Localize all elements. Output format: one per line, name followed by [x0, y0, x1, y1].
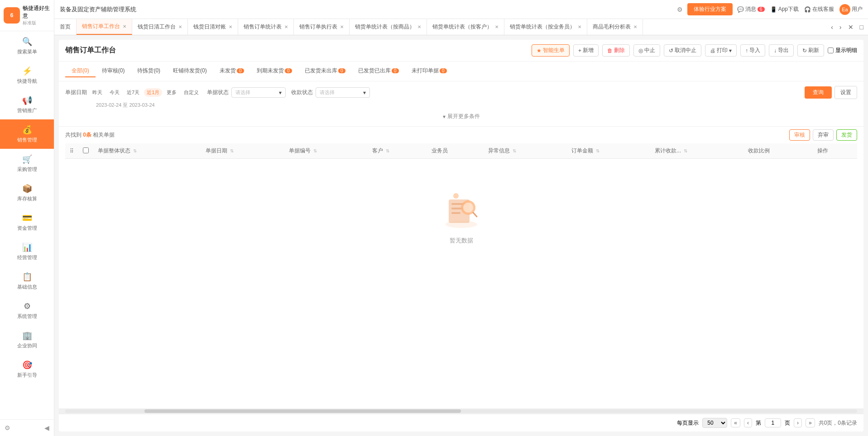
tab-close-icon[interactable]: ✕: [229, 24, 232, 29]
logo-icon: 6: [4, 7, 20, 24]
user-menu-btn[interactable]: Ea 用户: [839, 4, 863, 15]
sort-icon[interactable]: ⇅: [386, 148, 389, 153]
tab-close-icon[interactable]: ✕: [340, 24, 344, 29]
last-page-btn[interactable]: »: [806, 418, 815, 427]
date-7days-btn[interactable]: 近7天: [124, 88, 142, 97]
sidebar-item-enterprise[interactable]: 🏢 企业协同: [0, 325, 54, 355]
select-all-checkbox[interactable]: [83, 147, 89, 153]
date-1month-btn[interactable]: 近1月: [144, 88, 162, 97]
sidebar-item-purchase[interactable]: 🛒 采购管理: [0, 149, 54, 178]
print-button[interactable]: 🖨 打印 ▾: [705, 44, 737, 57]
tab-prev-btn[interactable]: ‹: [828, 23, 836, 32]
set-button[interactable]: 设置: [834, 86, 857, 99]
tab-next-btn[interactable]: ›: [837, 23, 844, 32]
filter-tab-shipped-not-out[interactable]: 已发货未出库0: [298, 65, 352, 77]
cancel-audit-button[interactable]: 弃审: [813, 129, 834, 141]
tab-cash-reconcile[interactable]: 钱货日清对账 ✕: [188, 19, 238, 35]
sidebar-item-guide[interactable]: 🎯 新手引导: [0, 355, 54, 384]
stop-button[interactable]: ◎ 中止: [633, 44, 660, 57]
sidebar-item-basic-info[interactable]: 📋 基础信息: [0, 266, 54, 296]
tab-sales-order[interactable]: 销售订单工作台 ✕: [77, 19, 132, 35]
delete-button[interactable]: 🗑 删除: [602, 44, 630, 57]
query-button[interactable]: 查询: [805, 86, 832, 99]
tab-close-icon[interactable]: ✕: [633, 24, 637, 29]
import-icon: ↑: [745, 47, 748, 54]
tab-maximize-btn[interactable]: □: [857, 23, 866, 32]
app-download-btn[interactable]: 📱 App下载: [770, 5, 799, 13]
detail-checkbox[interactable]: [828, 47, 834, 53]
date-more-btn[interactable]: 更多: [164, 88, 179, 97]
sort-icon[interactable]: ⇅: [513, 148, 516, 153]
filter-tab-pending-inspect[interactable]: 待拣货(0): [131, 65, 167, 77]
tab-close-icon[interactable]: ✕: [123, 24, 126, 29]
tab-close-all-btn[interactable]: ✕: [845, 23, 856, 32]
page-number-input[interactable]: [765, 418, 781, 427]
trash-icon: 🗑: [607, 47, 613, 54]
filter-tab-shipped-out[interactable]: 已发货已出库0: [352, 65, 405, 77]
ship-button[interactable]: 发货: [836, 129, 857, 141]
scrollbar-track: [65, 409, 857, 413]
sort-icon[interactable]: ⇅: [313, 148, 317, 153]
status-select[interactable]: 请选择 ▾: [231, 87, 286, 98]
tab-cash-daily[interactable]: 钱货日清工作台 ✕: [132, 19, 188, 35]
smart-create-button[interactable]: ★ 智能生单: [532, 44, 570, 57]
audit-button[interactable]: 审核: [789, 129, 810, 141]
tab-close-icon[interactable]: ✕: [284, 24, 288, 29]
sort-icon[interactable]: ⇅: [230, 148, 234, 153]
tab-sales-exec[interactable]: 销售订单执行表 ✕: [294, 19, 350, 35]
sort-icon[interactable]: ⇅: [684, 148, 687, 153]
date-today-btn[interactable]: 今天: [107, 88, 122, 97]
sort-icon[interactable]: ⇅: [596, 148, 599, 153]
filter-tab-wangpu[interactable]: 旺铺待发货(0): [167, 65, 213, 77]
sidebar-item-quick-nav[interactable]: ⚡ 快捷导航: [0, 61, 54, 90]
date-custom-btn[interactable]: 自定义: [181, 88, 201, 97]
th-action: 操作: [813, 143, 857, 159]
filter-tab-all[interactable]: 全部(0): [65, 65, 96, 77]
messages-btn[interactable]: 💬 消息 6: [737, 5, 765, 13]
sidebar-item-inventory[interactable]: 📦 库存核算: [0, 178, 54, 208]
tab-close-icon[interactable]: ✕: [417, 24, 421, 29]
cancel-stop-button[interactable]: ↺ 取消中止: [664, 44, 701, 57]
payment-select[interactable]: 请选择 ▾: [316, 87, 370, 98]
collapse-btn[interactable]: ◀: [44, 424, 49, 431]
refresh-button[interactable]: ↻ 刷新: [797, 44, 824, 57]
page-size-select[interactable]: 50 100 200: [702, 418, 727, 428]
tab-close-icon[interactable]: ✕: [178, 24, 182, 29]
tab-product-margin[interactable]: 商品毛利分析表 ✕: [587, 19, 643, 35]
sidebar-item-system[interactable]: ⚙ 系统管理: [0, 296, 54, 325]
tab-sales-summary-customer[interactable]: 销货单统计表（按客户） ✕: [427, 19, 504, 35]
tab-sales-stat[interactable]: 销售订单统计表 ✕: [238, 19, 294, 35]
sort-icon[interactable]: ⇅: [133, 148, 137, 153]
tab-sales-summary-product[interactable]: 销货单统计表（按商品） ✕: [350, 19, 427, 35]
header-settings-icon[interactable]: ⚙: [677, 6, 683, 13]
page-size-label: 每页显示: [677, 419, 699, 427]
prev-page-btn[interactable]: ‹: [744, 418, 752, 427]
sidebar-item-finance[interactable]: 💳 资金管理: [0, 208, 54, 237]
settings-footer-btn[interactable]: ⚙: [5, 424, 10, 431]
filter-tab-overdue[interactable]: 到期未发货0: [250, 65, 298, 77]
filter-tab-not-shipped[interactable]: 未发货0: [213, 65, 250, 77]
detail-checkbox-label[interactable]: 显示明细: [828, 47, 857, 54]
scrollbar-thumb[interactable]: [144, 409, 461, 413]
tab-close-icon[interactable]: ✕: [578, 24, 581, 29]
horizontal-scrollbar[interactable]: [59, 408, 863, 414]
filter-tab-pending-review[interactable]: 待审核(0): [96, 65, 131, 77]
tab-close-icon[interactable]: ✕: [495, 24, 499, 29]
sidebar-item-marketing[interactable]: 📢 营销推广: [0, 90, 54, 119]
first-page-btn[interactable]: «: [731, 418, 740, 427]
search-icon: 🔍: [22, 37, 32, 47]
experience-button[interactable]: 体验行业方案: [687, 3, 733, 15]
tab-home[interactable]: 首页: [54, 19, 77, 35]
import-button[interactable]: ↑ 导入: [740, 44, 765, 57]
sidebar-item-search[interactable]: 🔍 搜索菜单: [0, 31, 54, 61]
filter-tab-not-printed[interactable]: 未打印单据0: [405, 65, 453, 77]
expand-conditions-btn[interactable]: ▾ 展开更多条件: [439, 111, 484, 122]
new-button[interactable]: + 新增: [573, 44, 599, 57]
export-button[interactable]: ↓ 导出: [769, 44, 794, 57]
sidebar-item-sales[interactable]: 💰 销售管理: [0, 119, 54, 149]
next-page-btn[interactable]: ›: [794, 418, 802, 427]
online-service-btn[interactable]: 🎧 在线客服: [804, 5, 834, 13]
sidebar-item-operations[interactable]: 📊 经营管理: [0, 237, 54, 266]
tab-sales-summary-staff[interactable]: 销货单统计表（按业务员） ✕: [504, 19, 587, 35]
date-yesterday-btn[interactable]: 昨天: [90, 88, 105, 97]
